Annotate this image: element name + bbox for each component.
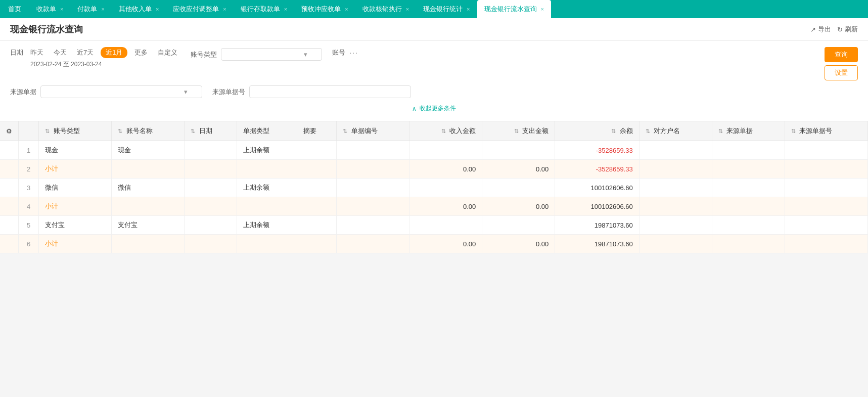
col-header-income[interactable]: ⇅ 收入金额 — [409, 121, 482, 141]
row-counterparty-0 — [639, 141, 712, 160]
col-header-source-doc[interactable]: ⇅ 来源单据 — [712, 121, 785, 141]
nav-tab-bank-deposit[interactable]: 银行存取款单 × — [234, 0, 294, 18]
nav-tab-bank-flow[interactable]: 现金银行流水查询 × — [477, 0, 551, 18]
page-title: 现金银行流水查询 — [10, 23, 83, 35]
col-header-source-doc-no[interactable]: ⇅ 来源单据号 — [785, 121, 867, 141]
row-source-doc-no-1 — [785, 160, 867, 179]
close-other-income-icon[interactable]: × — [156, 0, 159, 18]
account-more-btn[interactable]: ··· — [349, 49, 358, 57]
row-account-name-0: 现金 — [112, 141, 185, 160]
row-date-3 — [185, 197, 237, 216]
row-expense-5: 0.00 — [482, 235, 555, 253]
table-body: 1 现金 现金 上期余额 -3528659.33 2 小计 0.00 0.00 … — [0, 141, 868, 253]
row-num-1: 2 — [19, 160, 39, 179]
source-doc-no-input[interactable] — [249, 85, 411, 98]
row-gear-2 — [0, 179, 19, 197]
export-button[interactable]: ↗ 导出 — [810, 25, 831, 34]
row-source-doc-3 — [712, 197, 785, 216]
col-header-summary: 摘要 — [297, 121, 336, 141]
collapse-bar[interactable]: ∧ 收起更多条件 — [10, 102, 858, 115]
row-date-2 — [185, 179, 237, 197]
row-counterparty-1 — [639, 160, 712, 179]
refresh-button[interactable]: ↻ 刷新 — [837, 25, 858, 34]
row-num-4: 5 — [19, 216, 39, 235]
source-doc-label: 来源单据 — [10, 87, 36, 97]
row-source-doc-1 — [712, 160, 785, 179]
nav-tab-payments[interactable]: 付款单 × — [70, 0, 111, 18]
row-income-3: 0.00 — [409, 197, 482, 216]
col-header-account-type[interactable]: ⇅ 账号类型 — [39, 121, 112, 141]
source-doc-select[interactable]: ▾ — [40, 85, 202, 98]
settings-button[interactable]: 设置 — [825, 65, 858, 80]
close-receipts-icon[interactable]: × — [60, 0, 63, 18]
date-opt-1month[interactable]: 近1月 — [101, 47, 127, 58]
row-balance-2: 100102606.60 — [555, 179, 639, 197]
top-navigation: 首页 收款单 × 付款单 × 其他收入单 × 应收应付调整单 × 银行存取款单 … — [0, 0, 868, 18]
row-expense-1: 0.00 — [482, 160, 555, 179]
row-doc-type-4: 上期余额 — [237, 216, 297, 235]
row-summary-1 — [297, 160, 336, 179]
row-account-type-2: 微信 — [39, 179, 112, 197]
row-doc-no-4 — [337, 216, 409, 235]
date-opt-7days[interactable]: 近7天 — [74, 47, 97, 58]
nav-tab-ar-adjust[interactable]: 应收应付调整单 × — [166, 0, 233, 18]
row-income-4 — [409, 216, 482, 235]
date-opt-yesterday[interactable]: 昨天 — [27, 47, 47, 58]
date-opt-more[interactable]: 更多 — [131, 47, 151, 58]
table-row: 5 支付宝 支付宝 上期余额 19871073.60 — [0, 216, 868, 235]
col-header-balance[interactable]: ⇅ 余额 — [555, 121, 639, 141]
nav-tab-bank-stats[interactable]: 现金银行统计 × — [416, 0, 477, 18]
row-doc-type-1 — [237, 160, 297, 179]
close-bank-deposit-icon[interactable]: × — [284, 0, 287, 18]
row-gear-5 — [0, 235, 19, 253]
close-bank-flow-icon[interactable]: × — [541, 0, 544, 18]
row-doc-type-3 — [237, 197, 297, 216]
col-header-doc-no[interactable]: ⇅ 单据编号 — [337, 121, 409, 141]
col-header-account-name[interactable]: ⇅ 账号名称 — [112, 121, 185, 141]
sort-expense-icon: ⇅ — [514, 128, 519, 134]
close-bank-stats-icon[interactable]: × — [467, 0, 470, 18]
date-opt-custom[interactable]: 自定义 — [155, 47, 180, 58]
close-payments-icon[interactable]: × — [101, 0, 104, 18]
row-income-5: 0.00 — [409, 235, 482, 253]
close-ar-adjust-icon[interactable]: × — [223, 0, 226, 18]
account-label: 账号 — [332, 48, 345, 57]
col-header-num — [19, 121, 39, 141]
row-gear-4 — [0, 216, 19, 235]
row-expense-3: 0.00 — [482, 197, 555, 216]
row-date-5 — [185, 235, 237, 253]
close-writeoff-icon[interactable]: × — [406, 0, 409, 18]
nav-home[interactable]: 首页 — [0, 0, 29, 18]
row-source-doc-no-4 — [785, 216, 867, 235]
nav-tab-prepay[interactable]: 预收冲应收单 × — [294, 0, 355, 18]
table-row: 4 小计 0.00 0.00 100102606.60 — [0, 197, 868, 216]
row-num-0: 1 — [19, 141, 39, 160]
col-header-expense[interactable]: ⇅ 支出金额 — [482, 121, 555, 141]
date-range-display: 2023-02-24 至 2023-03-24 — [30, 61, 102, 68]
row-counterparty-2 — [639, 179, 712, 197]
nav-tab-other-income[interactable]: 其他收入单 × — [112, 0, 166, 18]
row-account-type-5: 小计 — [39, 235, 112, 253]
row-account-type-1: 小计 — [39, 160, 112, 179]
account-type-select[interactable]: ▾ — [221, 48, 322, 61]
query-button[interactable]: 查询 — [825, 47, 858, 62]
refresh-icon: ↻ — [837, 26, 843, 33]
row-account-name-3 — [112, 197, 185, 216]
row-summary-4 — [297, 216, 336, 235]
col-header-counterparty[interactable]: ⇅ 对方户名 — [639, 121, 712, 141]
row-source-doc-no-2 — [785, 179, 867, 197]
close-prepay-icon[interactable]: × — [345, 0, 348, 18]
sort-income-icon: ⇅ — [441, 128, 446, 134]
row-doc-type-2: 上期余额 — [237, 179, 297, 197]
col-header-gear[interactable]: ⚙ — [0, 121, 19, 141]
export-icon: ↗ — [810, 26, 816, 33]
nav-tab-writeoff[interactable]: 收款核销执行 × — [355, 0, 416, 18]
col-header-date[interactable]: ⇅ 日期 — [185, 121, 237, 141]
row-date-1 — [185, 160, 237, 179]
account-type-label: 账号类型 — [191, 50, 217, 59]
table-row: 3 微信 微信 上期余额 100102606.60 — [0, 179, 868, 197]
date-opt-today[interactable]: 今天 — [51, 47, 70, 58]
nav-tab-receipts[interactable]: 收款单 × — [29, 0, 70, 18]
row-balance-0: -3528659.33 — [555, 141, 639, 160]
source-doc-dropdown-icon: ▾ — [184, 88, 188, 96]
